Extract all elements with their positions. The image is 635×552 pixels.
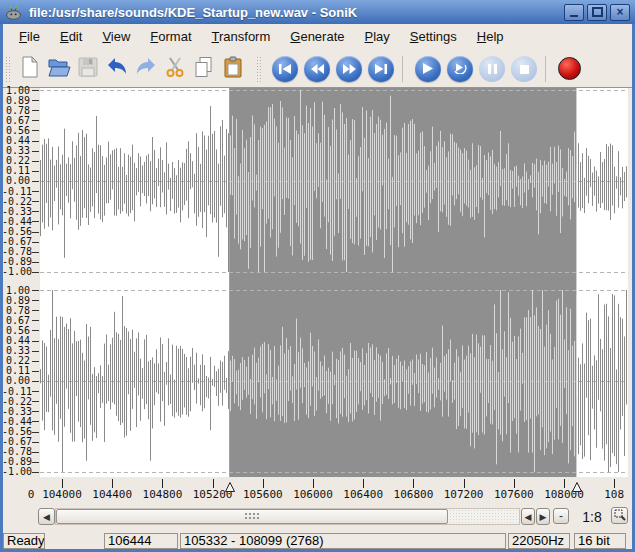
undo-button[interactable] xyxy=(104,56,130,82)
sample-rate-field: 22050Hz xyxy=(508,533,570,549)
amplitude-tick-mark xyxy=(32,262,39,263)
scroll-left-icon: ◀ xyxy=(525,512,532,522)
toolbar-grip-handle[interactable] xyxy=(5,56,11,82)
rewind-icon xyxy=(311,60,324,78)
amplitude-tick-mark xyxy=(32,300,39,301)
undo-icon xyxy=(105,56,129,82)
close-button[interactable]: × xyxy=(610,4,630,21)
sonik-mascot-icon[interactable] xyxy=(5,4,23,20)
new-button[interactable] xyxy=(17,56,43,82)
scroll-left-icon: ◀ xyxy=(43,512,50,522)
zoom-out-label: - xyxy=(559,509,563,523)
copy-button[interactable] xyxy=(191,56,217,82)
amplitude-tick-mark xyxy=(32,462,39,463)
waveform-channel-1[interactable] xyxy=(40,88,628,278)
open-folder-icon xyxy=(47,56,71,82)
amplitude-tick-mark xyxy=(32,442,39,443)
menu-item-file[interactable]: File xyxy=(9,26,50,48)
skip-start-icon xyxy=(279,60,291,78)
ruler-tick xyxy=(313,479,314,488)
amplitude-tick-mark xyxy=(32,171,39,172)
fast-forward-button[interactable] xyxy=(336,56,362,82)
amplitude-tick-mark xyxy=(32,252,39,253)
cursor-position-field: 106444 xyxy=(104,533,178,549)
save-button[interactable] xyxy=(75,56,101,82)
zoom-selection-button[interactable] xyxy=(611,507,628,524)
title-bar: file:/usr/share/sounds/KDE_Startup_new.w… xyxy=(0,0,635,24)
ruler-tick xyxy=(112,479,113,488)
amplitude-tick-label: -1.00 xyxy=(2,466,30,477)
scrollbar-left-button[interactable]: ◀ xyxy=(38,508,55,525)
ruler-tick xyxy=(564,479,565,488)
menu-item-generate[interactable]: Generate xyxy=(280,26,354,48)
maximize-button[interactable] xyxy=(587,4,607,21)
menu-item-format[interactable]: Format xyxy=(140,26,201,48)
waveform-channel-2[interactable] xyxy=(40,278,628,477)
cut-button[interactable] xyxy=(162,56,188,82)
play-button[interactable] xyxy=(415,56,441,82)
selection-marker[interactable] xyxy=(572,478,582,496)
amplitude-tick-mark xyxy=(32,290,39,291)
amplitude-tick-mark xyxy=(32,232,39,233)
amplitude-tick-mark xyxy=(32,272,39,273)
paste-icon xyxy=(222,56,244,82)
skip-to-end-button[interactable] xyxy=(368,56,394,82)
amplitude-tick-mark xyxy=(32,330,39,331)
ruler-label: 108 xyxy=(582,488,632,501)
amplitude-tick-mark xyxy=(32,401,39,402)
menu-item-transform[interactable]: Transform xyxy=(202,26,281,48)
scrollbar-right-button[interactable]: ▶ xyxy=(536,508,550,525)
zoom-ratio-label: 1:8 xyxy=(575,508,609,525)
amplitude-tick-mark xyxy=(32,371,39,372)
cut-icon xyxy=(165,56,185,82)
amplitude-tick-mark xyxy=(32,151,39,152)
amplitude-tick-mark xyxy=(32,141,39,142)
menu-item-help[interactable]: Help xyxy=(467,26,514,48)
file-toolbar-group xyxy=(17,56,246,82)
play-loop-icon xyxy=(453,60,467,78)
menu-item-play[interactable]: Play xyxy=(355,26,400,48)
ruler-tick xyxy=(62,479,63,488)
toolbar-grip-handle[interactable] xyxy=(256,56,262,82)
amplitude-tick-mark xyxy=(32,161,39,162)
timeline-ruler: 0104000104400104800105200105600106000106… xyxy=(3,478,632,505)
zoom-out-button[interactable]: - xyxy=(553,508,569,524)
skip-to-start-button[interactable] xyxy=(272,56,298,82)
amplitude-tick-mark xyxy=(32,391,39,392)
pause-button[interactable] xyxy=(479,56,505,82)
scrollbar-left-button-2[interactable]: ◀ xyxy=(521,508,535,525)
menu-item-edit[interactable]: Edit xyxy=(50,26,92,48)
minimize-button[interactable] xyxy=(564,4,584,21)
record-button[interactable] xyxy=(554,55,584,83)
amplitude-tick-mark xyxy=(32,211,39,212)
amplitude-tick-mark xyxy=(32,221,39,222)
bit-depth-field: 16 bit xyxy=(574,533,626,549)
toolbar xyxy=(3,50,632,87)
stop-button[interactable] xyxy=(511,56,537,82)
rewind-button[interactable] xyxy=(304,56,330,82)
magnifier-selection-icon xyxy=(614,509,626,523)
amplitude-tick-mark xyxy=(32,191,39,192)
window-controls: × xyxy=(564,4,630,21)
amplitude-tick-mark xyxy=(32,130,39,131)
open-button[interactable] xyxy=(46,56,72,82)
menu-item-view[interactable]: View xyxy=(92,26,140,48)
amplitude-tick-mark xyxy=(32,411,39,412)
amplitude-tick-mark xyxy=(32,201,39,202)
transport-group-2 xyxy=(415,56,537,82)
play-icon xyxy=(423,60,433,78)
redo-icon xyxy=(134,56,158,82)
menu-item-settings[interactable]: Settings xyxy=(400,26,467,48)
scrollbar-thumb[interactable] xyxy=(56,509,448,524)
amplitude-tick-mark xyxy=(32,120,39,121)
paste-button[interactable] xyxy=(220,56,246,82)
redo-button[interactable] xyxy=(133,56,159,82)
ruler-tick xyxy=(213,479,214,488)
ruler-tick xyxy=(413,479,414,488)
selection-marker[interactable] xyxy=(225,478,235,496)
play-loop-button[interactable] xyxy=(447,56,473,82)
amplitude-tick-mark xyxy=(32,472,39,473)
toolbar-separator xyxy=(402,56,403,82)
ruler-tick xyxy=(614,479,615,488)
copy-icon xyxy=(193,56,215,82)
